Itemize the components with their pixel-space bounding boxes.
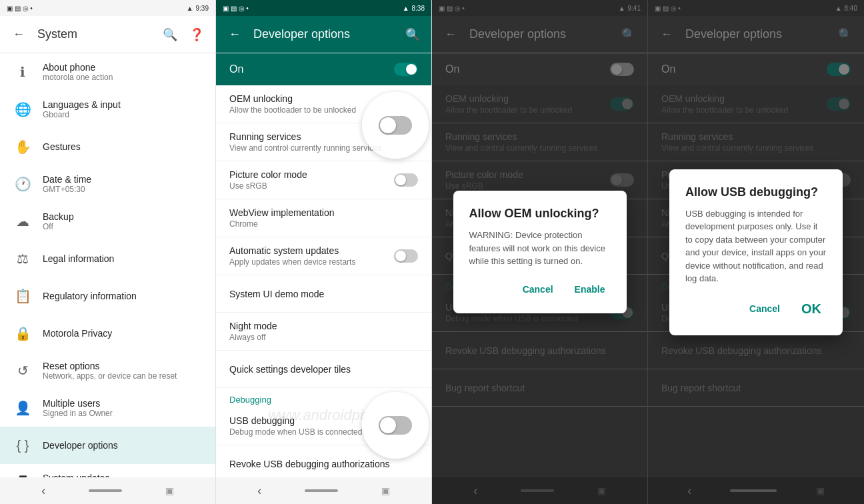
usb-row-mid: USB debugging Debug mode when USB is con… xyxy=(216,407,431,445)
toolbar-left: ← System 🔍 ❓ xyxy=(0,16,215,53)
picture-title-mid: Picture color mode xyxy=(229,169,394,180)
night-mode-sub-mid: Always off xyxy=(229,333,418,342)
usb-big-toggle-mid[interactable] xyxy=(379,416,412,435)
oem-dialog: Allow OEM unlocking? WARNING: Device pro… xyxy=(453,191,627,313)
sidebar-item-about[interactable]: ℹ About phone motorola one action xyxy=(0,53,215,91)
backup-icon: ☁ xyxy=(11,209,35,233)
sidebar-item-gestures[interactable]: ✋ Gestures xyxy=(0,128,215,165)
regulatory-icon: 📋 xyxy=(11,284,35,308)
home-pill-left[interactable] xyxy=(89,489,122,492)
revoke-title-mid: Revoke USB debugging authorizations xyxy=(229,459,418,469)
recents-icon-left[interactable]: ▣ xyxy=(165,485,174,496)
status-icons-mid: ▣ ▤ ◎ • xyxy=(223,5,249,12)
oem-cancel-button[interactable]: Cancel xyxy=(517,281,559,297)
back-arrow-mid[interactable]: ‹ xyxy=(257,484,261,498)
users-title: Multiple users xyxy=(43,398,205,409)
back-arrow-left[interactable]: ‹ xyxy=(41,484,45,498)
oem-dialog-body: WARNING: Device protection features will… xyxy=(469,229,611,268)
gestures-icon: ✋ xyxy=(11,135,35,159)
auto-updates-toggle-mid[interactable] xyxy=(394,249,418,263)
webview-title-mid: WebView implementation xyxy=(229,207,418,218)
oem-title-mid: OEM unlocking xyxy=(229,93,394,104)
sidebar-item-users[interactable]: 👤 Multiple users Signed in as Owner xyxy=(0,389,215,427)
on-label-mid: On xyxy=(229,63,243,75)
time-left: 9:39 xyxy=(196,5,209,12)
recents-icon-mid[interactable]: ▣ xyxy=(381,485,390,496)
sidebar-item-datetime[interactable]: 🕐 Date & time GMT+05:30 xyxy=(0,165,215,203)
datetime-icon: 🕐 xyxy=(11,172,35,196)
sidebar-item-privacy[interactable]: 🔒 Motorola Privacy xyxy=(0,315,215,352)
about-sub: motorola one action xyxy=(43,73,205,82)
usb-dialog-title: Allow USB debugging? xyxy=(685,185,827,199)
backup-sub: Off xyxy=(43,222,205,231)
nav-up-icon[interactable]: ← xyxy=(11,27,27,43)
notification-icons: ▣ ▤ ◎ • xyxy=(7,5,33,12)
sidebar-item-reset[interactable]: ↺ Reset options Network, apps, or device… xyxy=(0,352,215,389)
quick-settings-mid[interactable]: Quick settings developer tiles xyxy=(216,351,431,388)
sidebar-item-backup[interactable]: ☁ Backup Off xyxy=(0,203,215,240)
nav-bar-left: ‹ ▣ xyxy=(0,477,215,504)
oem-dialog-title: Allow OEM unlocking? xyxy=(469,207,611,221)
home-pill-mid[interactable] xyxy=(305,489,338,492)
languages-sub: Gboard xyxy=(43,110,205,119)
system-ui-mid[interactable]: System UI demo mode xyxy=(216,275,431,313)
status-right-left: ▲ 9:39 xyxy=(187,5,209,12)
oem-circle-mid[interactable] xyxy=(362,92,429,159)
sidebar-item-regulatory[interactable]: 📋 Regulatory information xyxy=(0,277,215,315)
backup-title: Backup xyxy=(43,211,205,222)
sidebar-item-system-updates[interactable]: 📱 System updates Updated to Android 9 xyxy=(0,464,215,477)
usb-circle-mid[interactable] xyxy=(362,392,429,459)
wifi-icon: ▲ xyxy=(187,5,193,12)
oem-big-toggle-mid[interactable] xyxy=(379,116,412,135)
webview-mid[interactable]: WebView implementation Chrome xyxy=(216,199,431,237)
usb-ok-button[interactable]: OK xyxy=(796,299,827,319)
picture-toggle-mid[interactable] xyxy=(394,173,418,187)
usb-dialog: Allow USB debugging? USB debugging is in… xyxy=(669,169,843,335)
on-toggle-mid[interactable] xyxy=(394,63,418,76)
status-icons-left: ▣ ▤ ◎ • xyxy=(7,5,33,12)
left-panel: ▣ ▤ ◎ • ▲ 9:39 ← System 🔍 ❓ ℹ About phon… xyxy=(0,0,216,504)
oem-row-mid: OEM unlocking Allow the bootloader to be… xyxy=(216,85,431,123)
developer-title: Developer options xyxy=(43,440,205,451)
languages-title: Languages & input xyxy=(43,99,205,110)
oem-enable-button[interactable]: Enable xyxy=(569,281,611,297)
about-title: About phone xyxy=(43,62,205,73)
search-icon-left[interactable]: 🔍 xyxy=(162,27,178,43)
on-banner-mid: On xyxy=(216,53,431,85)
legal-icon: ⚖ xyxy=(11,247,35,271)
reset-title: Reset options xyxy=(43,361,205,371)
users-sub: Signed in as Owner xyxy=(43,409,205,418)
quick-settings-title-mid: Quick settings developer tiles xyxy=(229,364,418,375)
night-mode-mid[interactable]: Night mode Always off xyxy=(216,313,431,351)
time-mid: 8:38 xyxy=(412,5,425,12)
auto-updates-title-mid: Automatic system updates xyxy=(229,245,394,256)
auto-updates-mid[interactable]: Automatic system updates Apply updates w… xyxy=(216,237,431,275)
developer-icon: { } xyxy=(11,433,35,457)
nav-bar-mid: ‹ ▣ xyxy=(216,477,431,504)
mid2-panel: ▣ ▤ ◎ • ▲ 9:41 ← Developer options 🔍 On … xyxy=(432,0,648,504)
sidebar-item-legal[interactable]: ⚖ Legal information xyxy=(0,240,215,277)
regulatory-title: Regulatory information xyxy=(43,291,205,301)
auto-updates-sub-mid: Apply updates when device restarts xyxy=(229,257,394,267)
mid-panel: ▣ ▤ ◎ • ▲ 8:38 ← Developer options 🔍 On … xyxy=(216,0,432,504)
privacy-icon: 🔒 xyxy=(11,321,35,345)
oem-dialog-overlay: Allow OEM unlocking? WARNING: Device pro… xyxy=(432,0,647,504)
usb-dialog-overlay: Allow USB debugging? USB debugging is in… xyxy=(648,0,864,504)
sidebar-item-developer[interactable]: { } Developer options xyxy=(0,427,215,464)
on-toggle-knob-mid xyxy=(406,64,417,75)
usb-cancel-button[interactable]: Cancel xyxy=(744,299,785,319)
back-icon-mid[interactable]: ← xyxy=(227,27,243,43)
datetime-sub: GMT+05:30 xyxy=(43,185,205,194)
reset-sub: Network, apps, or device can be reset xyxy=(43,371,205,381)
help-icon-left[interactable]: ❓ xyxy=(189,27,205,43)
gestures-title: Gestures xyxy=(43,141,205,152)
sidebar-item-languages[interactable]: 🌐 Languages & input Gboard xyxy=(0,91,215,128)
picture-sub-mid: Use sRGB xyxy=(229,181,394,191)
status-right-mid: ▲ 8:38 xyxy=(403,5,425,12)
reset-icon: ↺ xyxy=(11,359,35,383)
picture-color-mid[interactable]: Picture color mode Use sRGB xyxy=(216,161,431,199)
users-icon: 👤 xyxy=(11,396,35,420)
settings-list-mid: OEM unlocking Allow the bootloader to be… xyxy=(216,85,431,477)
wifi-icon-mid: ▲ xyxy=(403,5,409,12)
search-icon-mid[interactable]: 🔍 xyxy=(405,27,421,43)
